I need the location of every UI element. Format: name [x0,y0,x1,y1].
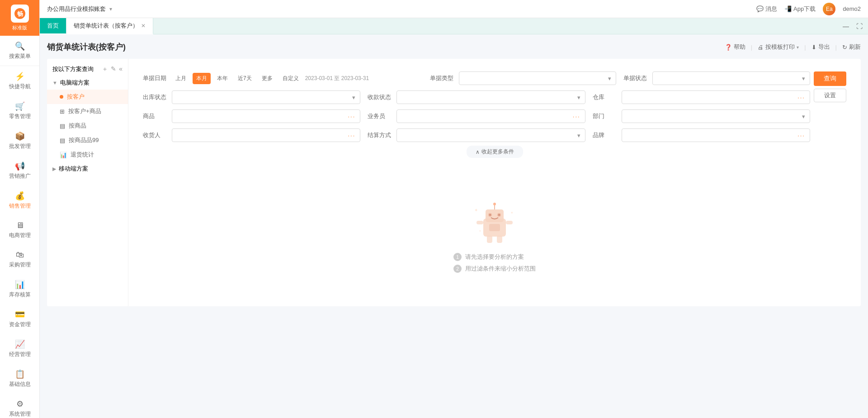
date-range: 2023-03-01 至 2023-03-31 [305,75,369,82]
scheme-panel: 按以下方案查询 ＋ ✎ « ▼ 电脑端方案 [47,59,128,306]
sidebar-item-quick-nav[interactable]: ⚡ 快捷导航 [0,66,39,96]
sidebar-item-ecommerce[interactable]: 🖥 电商管理 [0,215,39,245]
salesman-dots-icon: ··· [573,113,580,120]
receive-status-control[interactable]: ▾ [396,90,585,104]
settings-button[interactable]: 设置 [814,89,846,102]
page-title: 销货单统计表(按客户) [47,42,126,52]
date-btn-custom[interactable]: 自定义 [279,73,302,84]
sidebar-item-marketing[interactable]: 📢 营销推广 [0,156,39,185]
dept-label: 部门 [593,112,618,120]
tab-maximize-btn[interactable]: ⛶ [854,21,864,32]
sidebar-item-inventory[interactable]: 📊 库存核算 [0,274,39,304]
sidebar-item-label: 销售管理 [9,202,31,210]
tab-minimize-btn[interactable]: — [841,21,851,32]
filter-panel: 单据日期 上月 本月 本年 近7天 更多 自定义 [136,65,854,168]
export-label: 导出 [818,43,830,51]
print-btn[interactable]: 🖨 按模板打印 ▾ [758,43,799,51]
order-status-control[interactable]: ▾ [652,71,810,85]
refresh-label: 刷新 [849,43,861,51]
dept-control[interactable]: ▾ [622,109,810,123]
sidebar-item-retail[interactable]: 🛒 零售管理 [0,96,39,126]
app-download-btn[interactable]: 📲 App下载 [784,5,816,13]
payment-label: 结算方式 [368,131,393,139]
filter-out-status: 出库状态 ▾ [143,90,360,104]
out-status-label: 出库状态 [143,93,168,101]
warehouse-control[interactable]: ··· [622,90,810,104]
user-initial: Ea [826,6,833,12]
app-logo[interactable]: 畅 标准版 [0,0,39,36]
filter-brand: 品牌 ··· [593,128,810,142]
date-btn-this-year[interactable]: 本年 [213,73,231,84]
sidebar-item-system[interactable]: ⚙ 系统管理 [0,394,39,418]
scheme-edit-btn[interactable]: ✎ [111,65,116,73]
sidebar-item-purchase[interactable]: 🛍 采购管理 [0,245,39,274]
message-label: 消息 [765,5,777,13]
tab-close-btn[interactable]: ✕ [141,23,146,29]
collapse-conditions-btn[interactable]: ∧ 收起更多条件 [467,146,523,158]
tab-sales-stat[interactable]: 销货单统计表（按客户） ✕ [66,18,153,34]
goods-control[interactable]: ··· [172,109,360,123]
user-avatar[interactable]: Ea [823,3,835,15]
date-btn-more[interactable]: 更多 [258,73,276,84]
scheme-item-by-goods99[interactable]: ▤ 按商品品99 [47,133,128,147]
scheme-collapse-btn[interactable]: « [119,65,123,73]
payment-control[interactable]: ▾ [396,128,585,142]
sidebar-item-label: 零售管理 [9,113,31,120]
filter-receive-status: 收款状态 ▾ [368,90,585,104]
tab-home[interactable]: 首页 [40,18,66,34]
print-chevron-icon: ▾ [797,45,799,50]
filter-date: 单据日期 上月 本月 本年 近7天 更多 自定义 [143,73,423,84]
scheme-group-desktop-header[interactable]: ▼ 电脑端方案 [47,76,128,90]
sidebar-item-search[interactable]: 🔍 搜索菜单 [0,36,39,66]
scheme-item-by-goods[interactable]: ▤ 按商品 [47,119,128,133]
date-filter: 上月 本月 本年 近7天 更多 自定义 2023-03-01 至 2023-03… [172,73,423,84]
svg-rect-3 [486,209,504,222]
scheme-item-chart-icon: ⊞ [60,108,65,115]
scheme-item-table-icon: ▤ [60,123,65,129]
scheme-add-btn[interactable]: ＋ [102,65,108,73]
svg-text:✦: ✦ [510,211,514,215]
scheme-item-by-customer[interactable]: 按客户 [47,90,128,104]
salesman-control[interactable]: ··· [396,109,585,123]
filter-row-4: 收货人 ··· 结算方式 [143,128,810,142]
order-type-control[interactable]: ▾ [459,71,617,85]
purchase-icon: 🛍 [16,250,24,260]
scheme-item-by-customer-goods[interactable]: ⊞ 按客户+商品 [47,104,128,119]
user-name: demo2 [843,5,861,12]
empty-state-tip-2: 2 用过滤条件来缩小分析范围 [453,265,536,273]
sidebar-item-label: 营销推广 [9,172,31,180]
out-status-control[interactable]: ▾ [172,90,360,104]
brand-control[interactable]: ··· [622,128,810,142]
scheme-actions: ＋ ✎ « [102,65,123,73]
filter-goods: 商品 ··· [143,109,360,123]
system-icon: ⚙ [16,399,24,409]
date-btn-this-month[interactable]: 本月 [193,73,211,84]
sidebar-item-operations[interactable]: 📈 经营管理 [0,334,39,364]
export-btn[interactable]: ⬇ 导出 [811,43,830,51]
filter-payment: 结算方式 ▾ [368,128,585,142]
empty-state-illustration: ✦ ✦ ✦ [472,200,517,246]
sidebar-item-basic-info[interactable]: 📋 基础信息 [0,364,39,394]
query-button[interactable]: 查询 [814,71,846,86]
refresh-btn[interactable]: ↻ 刷新 [842,43,861,51]
divider1: | [751,44,752,51]
brand-dots-icon: ··· [797,132,805,139]
sidebar-item-finance[interactable]: 💳 资金管理 [0,304,39,334]
empty-state: ✦ ✦ ✦ 1 请先选择要分析的方案 2 [136,173,854,300]
date-btn-last-month[interactable]: 上月 [172,73,190,84]
message-btn[interactable]: 💬 消息 [756,5,777,13]
help-btn[interactable]: ❓ 帮助 [725,43,745,51]
sidebar-item-wholesale[interactable]: 📦 批发管理 [0,126,39,156]
empty-state-tips: 1 请先选择要分析的方案 2 用过滤条件来缩小分析范围 [453,253,536,273]
scheme-item-return-stat[interactable]: 📊 退货统计 [47,147,128,162]
receive-status-arrow-icon: ▾ [577,94,580,101]
receiver-control[interactable]: ··· [172,128,360,142]
date-btn-last-7days[interactable]: 近7天 [234,73,255,84]
topbar-arrow-icon: ▾ [109,6,112,12]
order-type-label: 单据类型 [430,74,455,82]
sidebar-item-label: 系统管理 [9,410,31,418]
sidebar-item-label: 电商管理 [9,232,31,239]
page-actions: ❓ 帮助 | 🖨 按模板打印 ▾ | ⬇ 导出 | [725,43,861,51]
scheme-group-mobile-header[interactable]: ▶ 移动端方案 [47,162,128,176]
sidebar-item-sales[interactable]: 💰 销售管理 [0,185,39,215]
